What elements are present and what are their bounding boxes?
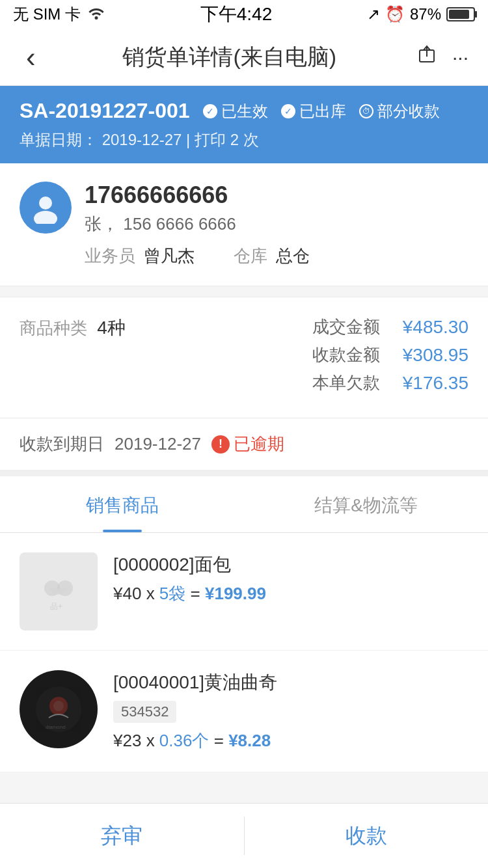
cancel-button[interactable]: 弃审 [0, 804, 244, 868]
battery-icon [446, 7, 475, 21]
product-list: 品+ [0000002]面包 ¥40 x 5袋 = ¥199.99 diamon… [0, 533, 488, 772]
customer-info: 17666666666 张， 156 6666 6666 业务员 曾凡杰 仓库 … [85, 182, 468, 267]
deal-amount-row: 成交金额 ¥485.30 [312, 316, 468, 338]
check-icon-1: ✓ [203, 104, 217, 118]
list-item: 品+ [0000002]面包 ¥40 x 5袋 = ¥199.99 [0, 533, 488, 651]
product-thumbnail-2: diamond [20, 670, 98, 748]
tabs-bar: 销售商品 结算&物流等 [0, 476, 488, 533]
clock-icon: ⏱ [359, 104, 373, 118]
list-item: diamond [00040001]黄油曲奇 534532 ¥23 x 0.36… [0, 651, 488, 772]
status-badge-effective: ✓ 已生效 [203, 101, 268, 122]
back-button[interactable]: ‹ [20, 34, 42, 80]
product-info-2: [00040001]黄油曲奇 534532 ¥23 x 0.36个 = ¥8.2… [113, 670, 468, 752]
product-thumbnail-1: 品+ [20, 552, 98, 631]
svg-point-9 [53, 701, 64, 711]
customer-section: 17666666666 张， 156 6666 6666 业务员 曾凡杰 仓库 … [0, 163, 488, 286]
salesman-info: 业务员 曾凡杰 [85, 245, 195, 267]
tab-products[interactable]: 销售商品 [0, 476, 244, 532]
nav-bar: ‹ 销货单详情(来自电脑) ··· [0, 29, 488, 86]
svg-point-2 [39, 197, 52, 210]
customer-meta: 业务员 曾凡杰 仓库 总仓 [85, 245, 468, 267]
order-id: SA-20191227-001 [20, 99, 190, 123]
customer-avatar [20, 182, 72, 234]
alarm-icon: ⏰ [385, 5, 405, 23]
amount-info: 成交金额 ¥485.30 收款金额 ¥308.95 本单欠款 ¥176.35 [312, 316, 468, 400]
status-bar: 无 SIM 卡 下午4:42 ↗ ⏰ 87% [0, 0, 488, 29]
product-type-info: 商品种类 4种 [20, 316, 126, 340]
product-price-2: ¥23 x 0.36个 = ¥8.28 [113, 729, 468, 752]
more-icon[interactable]: ··· [452, 46, 468, 68]
share-icon[interactable] [417, 45, 437, 69]
product-name-1: [0000002]面包 [113, 552, 468, 577]
check-icon-2: ✓ [281, 104, 295, 118]
due-date-section: 收款到期日 2019-12-27 ! 已逾期 [0, 418, 488, 476]
status-badge-partial: ⏱ 部分收款 [359, 101, 440, 122]
summary-section: 商品种类 4种 成交金额 ¥485.30 收款金额 ¥308.95 本单欠款 ¥… [0, 297, 488, 418]
product-sku-2: 534532 [113, 701, 176, 723]
order-header: SA-20191227-001 ✓ 已生效 ✓ 已出库 ⏱ 部分收款 单据日期：… [0, 86, 488, 163]
status-left: 无 SIM 卡 [13, 4, 105, 25]
carrier-text: 无 SIM 卡 [13, 4, 81, 25]
status-badge-shipped: ✓ 已出库 [281, 101, 346, 122]
battery-text: 87% [410, 5, 441, 23]
overdue-badge: ! 已逾期 [211, 433, 284, 455]
product-info-1: [0000002]面包 ¥40 x 5袋 = ¥199.99 [113, 552, 468, 605]
product-name-2: [00040001]黄油曲奇 [113, 670, 468, 695]
order-date-info: 单据日期： 2019-12-27 | 打印 2 次 [20, 129, 468, 150]
nav-actions: ··· [417, 45, 468, 69]
status-right: ↗ ⏰ 87% [367, 5, 475, 23]
bottom-bar: 弃审 收款 [0, 803, 488, 868]
svg-point-3 [34, 211, 57, 224]
page-title: 销货单详情(来自电脑) [122, 42, 336, 72]
time-text: 下午4:42 [200, 2, 273, 27]
confirm-button[interactable]: 收款 [245, 804, 489, 868]
tab-settlement[interactable]: 结算&物流等 [244, 476, 488, 532]
svg-text:品+: 品+ [50, 602, 62, 611]
customer-id: 17666666666 [85, 182, 468, 209]
owed-amount-row: 本单欠款 ¥176.35 [312, 372, 468, 394]
product-price-1: ¥40 x 5袋 = ¥199.99 [113, 582, 468, 605]
received-amount-row: 收款金额 ¥308.95 [312, 344, 468, 366]
location-icon: ↗ [367, 5, 380, 23]
wifi-icon [87, 5, 105, 23]
svg-text:diamond: diamond [46, 724, 66, 730]
warehouse-info: 仓库 总仓 [234, 245, 310, 267]
overdue-icon: ! [211, 435, 230, 454]
customer-phone: 张， 156 6666 6666 [85, 213, 468, 236]
